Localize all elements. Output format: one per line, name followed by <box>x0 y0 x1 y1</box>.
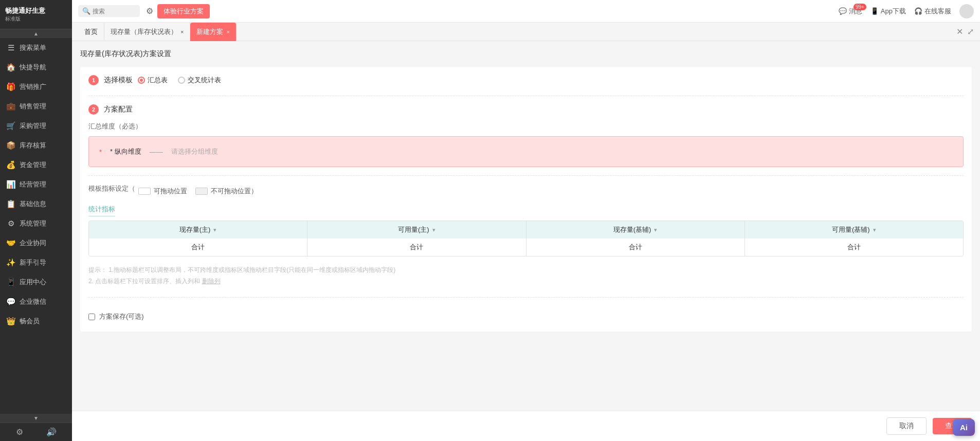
step2-badge: 2 <box>88 104 99 115</box>
app-download-button[interactable]: 📱 App下载 <box>870 7 906 16</box>
tip2-text: 2. 点击标题栏下拉可设置排序、插入列和 <box>88 278 200 285</box>
stats-data-cell-0: 合计 <box>89 238 307 256</box>
stats-col-label-1: 可用量(主) <box>398 225 429 234</box>
sidebar-item-label: 企业协同 <box>20 238 46 248</box>
app-edition: 标准版 <box>5 15 67 23</box>
tab-home[interactable]: 首页 <box>78 23 104 41</box>
stats-header-cell-2[interactable]: 现存量(基辅) ▾ <box>527 221 745 238</box>
sidebar-item-search-menu[interactable]: ☰ 搜索菜单 <box>0 38 72 58</box>
box-icon: 📦 <box>6 141 15 150</box>
online-service-label: 在线客服 <box>924 7 951 16</box>
stats-header-cell-3[interactable]: 可用量(基辅) ▾ <box>745 221 963 238</box>
tabs-bar: 首页 现存量（库存状况表） × 新建方案 × ✕ ⤢ <box>72 23 980 41</box>
agg-vertical-dim-label: * 纵向维度 <box>110 147 141 156</box>
step1-title: 选择模板 <box>104 76 133 85</box>
app-name: 畅捷通好生意 <box>5 6 67 15</box>
stats-data-row: 合计 合计 合计 合计 <box>89 238 963 256</box>
stats-data-cell-2: 合计 <box>527 238 745 256</box>
sidebar-item-enterprise-wechat[interactable]: 💬 企业微信 <box>0 292 72 311</box>
ai-fab-button[interactable]: Ai <box>953 419 975 436</box>
stats-col-label-2: 现存量(基辅) <box>613 225 651 234</box>
audio-icon[interactable]: 🔊 <box>46 427 57 437</box>
sidebar-item-label: 搜索菜单 <box>20 43 46 52</box>
tip2-link: 删除列 <box>202 278 221 285</box>
tab-inventory-close-icon[interactable]: × <box>180 29 184 35</box>
stats-data-cell-1: 合计 <box>307 238 526 256</box>
step1-badge: 1 <box>88 75 99 85</box>
tip-prefix: 提示： <box>88 266 107 273</box>
sidebar-nav: ☰ 搜索菜单 🏠 快捷导航 🎁 营销推广 💼 销售管理 🛒 采购管理 📦 库存核… <box>0 38 72 414</box>
sidebar-footer: ⚙ 🔊 <box>0 422 72 441</box>
home-icon: 🏠 <box>6 63 15 72</box>
sidebar-item-label: 新手引导 <box>20 258 46 267</box>
close-panel-icon[interactable]: ✕ <box>956 27 963 36</box>
money-icon: 💰 <box>6 160 15 170</box>
sidebar-item-sales[interactable]: 💼 销售管理 <box>0 97 72 116</box>
download-icon: 📱 <box>870 7 879 15</box>
sidebar-item-member[interactable]: 👑 畅会员 <box>0 311 72 331</box>
step1-section: 1 选择模板 汇总表 交叉统计表 <box>88 75 964 85</box>
stats-header-cell-0[interactable]: 现存量(主) ▾ <box>89 221 307 238</box>
sidebar-item-label: 采购管理 <box>20 121 46 131</box>
sidebar-item-label: 畅会员 <box>20 317 40 326</box>
stats-header-cell-1[interactable]: 可用量(主) ▾ <box>307 221 526 238</box>
stats-title: 统计指标 <box>88 205 115 216</box>
sidebar-item-cooperation[interactable]: 🤝 企业协同 <box>0 233 72 253</box>
message-badge: 99+ <box>854 4 866 10</box>
radio-cross-dot <box>178 77 185 84</box>
radio-summary-dot <box>138 77 145 84</box>
agg-placeholder: 请选择分组维度 <box>171 147 218 156</box>
gear-icon: ⚙ <box>6 219 15 228</box>
legend-items: 可拖动位置 不可拖动位置） <box>138 187 258 196</box>
clipboard-icon: 📋 <box>6 199 15 209</box>
message-icon: 💬 <box>839 7 847 15</box>
legend-draggable: 可拖动位置 <box>138 187 187 196</box>
tip1-text: 1.拖动标题栏可以调整布局，不可跨维度或指标区域拖动栏目字段(只能在同一维度或指… <box>108 266 395 273</box>
sidebar-item-marketing[interactable]: 🎁 营销推广 <box>0 77 72 97</box>
tab-new-plan[interactable]: 新建方案 × <box>190 23 236 41</box>
cart-icon: 🛒 <box>6 121 15 131</box>
sidebar-item-system[interactable]: ⚙ 系统管理 <box>0 214 72 233</box>
radio-summary-label: 汇总表 <box>148 76 168 85</box>
stats-section: 统计指标 现存量(主) ▾ 可用量(主) ▾ <box>88 205 964 256</box>
sidebar: 畅捷通好生意 标准版 ▲ ☰ 搜索菜单 🏠 快捷导航 🎁 营销推广 💼 销售管理… <box>0 0 72 441</box>
resize-icon[interactable]: ⤢ <box>967 27 974 36</box>
cancel-button[interactable]: 取消 <box>886 417 927 435</box>
user-avatar[interactable] <box>959 4 974 19</box>
radio-cross[interactable]: 交叉统计表 <box>178 76 221 85</box>
tip1: 提示： 1.拖动标题栏可以调整布局，不可跨维度或指标区域拖动栏目字段(只能在同一… <box>88 265 964 276</box>
settings-icon[interactable]: ⚙ <box>146 6 153 16</box>
sidebar-item-label: 系统管理 <box>20 219 46 228</box>
sidebar-item-basic-info[interactable]: 📋 基础信息 <box>0 194 72 214</box>
sidebar-item-operations[interactable]: 📊 经营管理 <box>0 175 72 194</box>
settings-icon[interactable]: ⚙ <box>16 427 23 437</box>
sidebar-item-app-center[interactable]: 📱 应用中心 <box>0 272 72 292</box>
save-checkbox[interactable] <box>88 314 95 320</box>
sidebar-item-new-guide[interactable]: ✨ 新手引导 <box>0 253 72 272</box>
stats-data-value-3: 合计 <box>847 243 861 252</box>
chevron-down-icon-2: ▾ <box>654 227 657 233</box>
search-input[interactable] <box>93 8 134 15</box>
radio-summary[interactable]: 汇总表 <box>138 76 168 85</box>
online-service-button[interactable]: 🎧 在线客服 <box>914 7 951 16</box>
tips-section: 提示： 1.拖动标题栏可以调整布局，不可跨维度或指标区域拖动栏目字段(只能在同一… <box>88 265 964 287</box>
industry-plan-button[interactable]: 体验行业方案 <box>157 4 210 19</box>
sidebar-item-quick-nav[interactable]: 🏠 快捷导航 <box>0 58 72 77</box>
agg-dimension-box[interactable]: * * 纵向维度 —— 请选择分组维度 <box>88 136 964 167</box>
step2-header: 2 方案配置 <box>88 104 964 115</box>
phone-icon: 📱 <box>6 278 15 287</box>
chat-icon: 💬 <box>6 297 15 306</box>
tab-inventory-status[interactable]: 现存量（库存状况表） × <box>104 23 190 41</box>
gift-icon: 🎁 <box>6 82 15 91</box>
sidebar-scroll-up[interactable]: ▲ <box>0 29 72 38</box>
tab-new-plan-close-icon[interactable]: × <box>226 29 229 35</box>
tip2: 2. 点击标题栏下拉可设置排序、插入列和 删除列 <box>88 276 964 287</box>
stats-data-value-1: 合计 <box>410 243 423 252</box>
search-box[interactable]: 🔍 <box>78 5 140 17</box>
sidebar-scroll-down[interactable]: ▼ <box>0 414 72 422</box>
sidebar-item-label: 基础信息 <box>20 199 46 209</box>
message-button[interactable]: 💬 消息 99+ <box>839 7 862 16</box>
sidebar-item-finance[interactable]: 💰 资金管理 <box>0 155 72 175</box>
sidebar-item-purchase[interactable]: 🛒 采购管理 <box>0 116 72 136</box>
sidebar-item-inventory[interactable]: 📦 库存核算 <box>0 136 72 155</box>
